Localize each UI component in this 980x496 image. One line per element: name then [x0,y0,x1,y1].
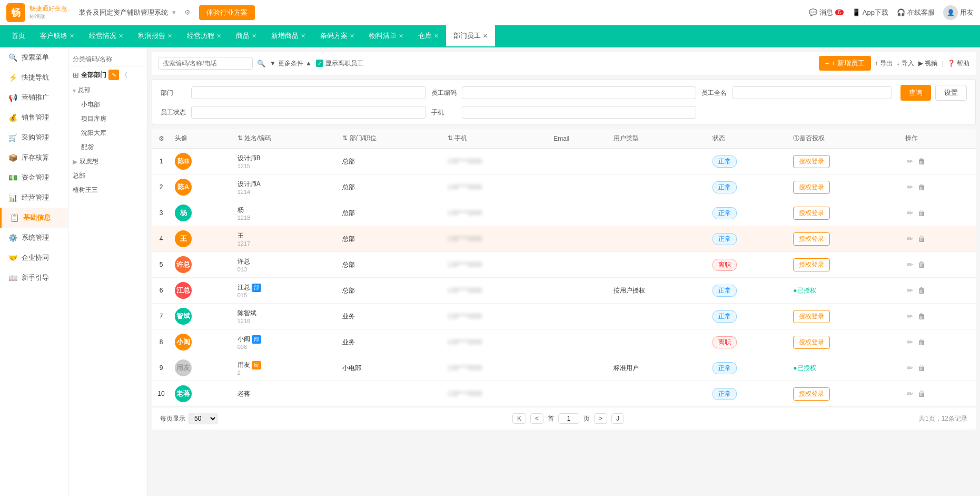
edit-icon[interactable]: ✏ [907,209,913,217]
delete-icon[interactable]: 🗑 [918,312,925,320]
tab-close-icon[interactable]: ✕ [216,33,221,40]
message-btn[interactable]: 💬 消息 6 [809,8,844,17]
user-avatar[interactable]: 👤 用友 [943,5,974,20]
tab-home[interactable]: 首页 [4,25,33,47]
emp-status-select[interactable] [191,106,426,119]
prev-page-button[interactable]: < [530,413,543,424]
more-filter-button[interactable]: ▼ 更多条件 ▲ [270,59,312,68]
first-page-button[interactable]: K [512,413,526,424]
show-resigned-toggle[interactable]: ✓ 显示离职员工 [316,59,363,68]
tab-close-icon[interactable]: ✕ [118,33,123,40]
sidebar-item-search[interactable]: 🔍 搜索菜单 [0,47,68,67]
delete-icon[interactable]: 🗑 [918,338,925,346]
delete-icon[interactable]: 🗑 [918,260,925,269]
dept-node-shuanghu[interactable]: ▶ 双虎想 [68,154,147,169]
dept-node-shenyang[interactable]: 沈阳大库 [73,126,147,140]
auth-login-button[interactable]: 授权登录 [793,387,830,401]
tab-department[interactable]: 部门员工 ✕ [446,25,495,47]
delete-icon[interactable]: 🗑 [918,183,925,191]
col-settings[interactable]: ⚙ [152,129,171,149]
edit-icon[interactable]: ✏ [907,157,913,166]
delete-icon[interactable]: 🗑 [918,390,925,398]
dept-node-xiaodian[interactable]: 小电部 [73,98,147,112]
tab-barcode[interactable]: 条码方案 ✕ [313,25,362,47]
add-employee-button[interactable]: + + 新增员工 [819,56,871,71]
emp-name-input[interactable] [732,86,892,99]
edit-icon[interactable]: ✏ [907,183,913,191]
resigned-checkbox[interactable]: ✓ [316,60,323,67]
delete-icon[interactable]: 🗑 [918,286,925,295]
delete-icon[interactable]: 🗑 [918,209,925,217]
sidebar-item-purchase[interactable]: 🛒 采购管理 [0,128,68,148]
page-number-input[interactable] [558,413,579,424]
auth-login-button[interactable]: 授权登录 [793,336,830,349]
search-button-icon[interactable]: 🔍 [257,60,265,67]
query-button[interactable]: 查询 [900,85,931,101]
tab-close-icon[interactable]: ✕ [483,33,488,40]
sidebar-item-operations[interactable]: 📊 经营管理 [0,188,68,208]
tab-close-icon[interactable]: ✕ [70,33,74,40]
tab-history[interactable]: 经营历程 ✕ [180,25,229,47]
tab-close-icon[interactable]: ✕ [399,33,403,40]
page-size-select[interactable]: 50 20 100 [189,413,217,424]
tab-business[interactable]: 经营情况 ✕ [82,25,131,47]
tab-close-icon[interactable]: ✕ [434,33,439,40]
tab-profit[interactable]: 利润报告 ✕ [131,25,180,47]
dept-node-xiangmu[interactable]: 项目库房 [73,112,147,126]
dept-node-zongbu2[interactable]: 总部 [68,169,147,183]
edit-icon[interactable]: ✏ [907,260,913,269]
search-input[interactable] [158,57,253,70]
delete-icon[interactable]: 🗑 [918,235,925,243]
emp-code-input[interactable] [462,86,697,99]
tab-customer[interactable]: 客户联络 ✕ [33,25,82,47]
edit-icon[interactable]: ✏ [907,286,913,295]
tab-close-icon[interactable]: ✕ [301,33,305,40]
settings-icon[interactable]: ⚙ [180,5,195,20]
sidebar-item-sales[interactable]: 💰 销售管理 [0,108,68,128]
dept-edit-button[interactable]: ✎ [108,70,119,80]
edit-icon[interactable]: ✏ [907,338,913,346]
auth-login-button[interactable]: 授权登录 [793,207,830,220]
all-dept-label[interactable]: 全部部门 [81,71,106,80]
online-service-btn[interactable]: 🎧 在线客服 [897,8,935,17]
dropdown-arrow-icon[interactable]: ▾ [172,8,176,16]
edit-icon[interactable]: ✏ [907,390,913,398]
tab-bom[interactable]: 物料清单 ✕ [362,25,411,47]
import-button[interactable]: ↓ 导入 [897,59,914,68]
auth-login-button[interactable]: 授权登录 [793,181,830,194]
phone-input[interactable] [462,106,697,119]
delete-icon[interactable]: 🗑 [918,364,925,372]
dept-node-zhishu[interactable]: 植树王三 [68,183,147,197]
sidebar-item-basic-info[interactable]: 📋 基础信息 [0,208,68,228]
dept-collapse-icon[interactable]: 《 [121,71,127,80]
tab-close-icon[interactable]: ✕ [350,33,354,40]
tab-goods[interactable]: 商品 ✕ [229,25,264,47]
sidebar-item-cooperation[interactable]: 🤝 企业协同 [0,248,68,268]
view-button[interactable]: ▶ 视频 [918,59,937,68]
next-page-button[interactable]: > [594,413,607,424]
edit-icon[interactable]: ✏ [907,312,913,320]
auth-login-button[interactable]: 授权登录 [793,155,830,168]
auth-login-button[interactable]: 授权登录 [793,232,830,246]
help-button[interactable]: ❓ 帮助 [947,59,969,68]
tab-add-goods[interactable]: 新增商品 ✕ [264,25,313,47]
sidebar-item-inventory[interactable]: 📦 库存核算 [0,148,68,168]
col-phone[interactable]: ⇅ 手机 [443,129,549,149]
dept-filter-select[interactable] [191,86,426,99]
delete-icon[interactable]: 🗑 [918,157,925,166]
last-page-button[interactable]: J [611,413,624,424]
tab-warehouse[interactable]: 仓库 ✕ [411,25,446,47]
edit-icon[interactable]: ✏ [907,364,913,372]
col-name[interactable]: ⇅ 姓名/编码 [233,129,339,149]
sidebar-item-system[interactable]: ⚙️ 系统管理 [0,228,68,248]
sidebar-item-marketing[interactable]: 📢 营销推广 [0,87,68,108]
trial-button[interactable]: 体验行业方案 [199,5,255,20]
auth-login-button[interactable]: 授权登录 [793,258,830,271]
set-button[interactable]: 设置 [935,85,967,101]
auth-login-button[interactable]: 授权登录 [793,310,830,323]
col-dept[interactable]: ⇅ 部门/职位 [338,129,443,149]
export-button[interactable]: ↑ 导出 [875,59,893,68]
app-download-btn[interactable]: 📱 App下载 [852,8,888,17]
sidebar-item-finance[interactable]: 💵 资金管理 [0,168,68,188]
dept-node-zongbu[interactable]: ▾ 总部 [68,83,147,98]
